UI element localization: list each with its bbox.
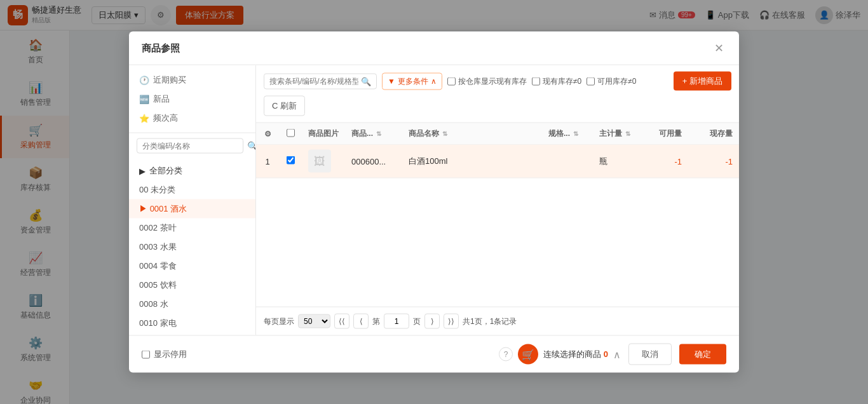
- sort-icon-code: ⇅: [376, 130, 381, 137]
- usable-stock-checkbox[interactable]: 可用库存≠0: [587, 76, 636, 86]
- last-page-button[interactable]: ⟩⟩: [444, 314, 459, 329]
- recent-purchase-tab[interactable]: 🕐 近期购买: [129, 71, 255, 90]
- row-spec: [542, 144, 593, 178]
- right-panel: 🔍 ▼ 更多条件 ∧ 按仓库显示现有库存 现有库存≠0 可用库存≠0: [256, 65, 739, 335]
- cart-button[interactable]: 🛒: [518, 344, 538, 365]
- category-item-0003[interactable]: 0003 水果: [129, 238, 255, 257]
- available-stock-checkbox[interactable]: 现有库存≠0: [532, 76, 581, 86]
- prev-page-button[interactable]: ⟨: [353, 314, 369, 329]
- cancel-button[interactable]: 取消: [628, 344, 672, 365]
- new-product-tab[interactable]: 🆕 新品: [129, 90, 255, 109]
- row-unit: 瓶: [593, 144, 637, 178]
- category-item-0008[interactable]: 0008 水: [129, 295, 255, 314]
- star-icon: ⭐: [139, 113, 149, 123]
- filter-button[interactable]: ▼ 更多条件 ∧: [382, 72, 442, 90]
- first-page-button[interactable]: ⟨⟨: [334, 314, 349, 329]
- col-code[interactable]: 商品... ⇅: [345, 123, 402, 145]
- col-unit[interactable]: 主计量 ⇅: [593, 123, 637, 145]
- confirm-button[interactable]: 确定: [679, 344, 726, 365]
- left-panel: 🕐 近期购买 🆕 新品 ⭐ 频次高 🔍 ▶ 全部分类: [129, 65, 256, 335]
- row-checkbox-cell: [279, 144, 302, 178]
- col-name[interactable]: 商品名称 ⇅: [402, 123, 542, 145]
- page-size-select[interactable]: 20 50 100: [298, 314, 330, 328]
- clock-icon: 🕐: [139, 75, 149, 84]
- modal-header: 商品参照 ✕: [129, 32, 739, 65]
- category-search-icon[interactable]: 🔍: [247, 141, 256, 151]
- row-no: 1: [256, 144, 279, 178]
- category-search-box: 🔍: [129, 133, 255, 159]
- total-info: 共1页，1条记录: [463, 316, 517, 327]
- add-product-button[interactable]: + 新增商品: [674, 72, 731, 91]
- category-all[interactable]: ▶ 全部分类: [129, 161, 255, 180]
- product-search-input[interactable]: [269, 77, 358, 86]
- sort-icon-unit: ⇅: [625, 130, 630, 137]
- select-all-checkbox[interactable]: [287, 128, 295, 137]
- left-panel-tabs: 🕐 近期购买 🆕 新品 ⭐ 频次高: [129, 65, 255, 133]
- category-item-0005[interactable]: 0005 饮料: [129, 276, 255, 295]
- modal-title: 商品参照: [142, 42, 180, 54]
- row-name: 白酒100ml: [402, 144, 542, 178]
- product-table: ⚙ 商品图片 商品... ⇅ 商品名称 ⇅: [256, 123, 739, 178]
- category-item-0001[interactable]: ▶ 0001 酒水: [129, 199, 255, 219]
- table-row[interactable]: 1 🖼 000600... 白酒100ml 瓶 -1: [256, 144, 739, 178]
- cart-count: 0: [604, 349, 608, 359]
- toolbar: 🔍 ▼ 更多条件 ∧ 按仓库显示现有库存 现有库存≠0 可用库存≠0: [256, 65, 739, 123]
- col-avail: 可用量: [637, 123, 688, 145]
- category-item-00[interactable]: 00 未分类: [129, 180, 255, 199]
- search-icon[interactable]: 🔍: [361, 76, 371, 86]
- cart-section: ? 🛒 连续选择的商品 0 ∧: [499, 344, 621, 365]
- col-img: 商品图片: [302, 123, 345, 145]
- chevron-up-icon: ∧: [431, 77, 437, 86]
- row-img-cell: 🖼: [302, 144, 345, 178]
- cart-label: 连续选择的商品 0: [543, 349, 608, 360]
- sort-icon-spec: ⇅: [573, 130, 578, 137]
- modal-footer: 显示停用 ? 🛒 连续选择的商品 0 ∧ 取消 确定: [129, 335, 739, 373]
- sort-icon-name: ⇅: [442, 130, 447, 137]
- collapse-cart-icon[interactable]: ∧: [613, 348, 621, 360]
- category-section: ▶ 全部分类 00 未分类 ▶ 0001 酒水 0002 茶叶 0003 水果 …: [129, 159, 255, 335]
- refresh-button[interactable]: C 刷新: [264, 96, 305, 116]
- row-code: 000600...: [345, 144, 402, 178]
- category-item-0004[interactable]: 0004 零食: [129, 257, 255, 276]
- table-header-row: ⚙ 商品图片 商品... ⇅ 商品名称 ⇅: [256, 123, 739, 145]
- filter-icon: ▼: [388, 77, 395, 86]
- row-checkbox[interactable]: [287, 156, 295, 165]
- show-disabled-checkbox[interactable]: 显示停用: [142, 349, 187, 360]
- modal-body: 🕐 近期购买 🆕 新品 ⭐ 频次高 🔍 ▶ 全部分类: [129, 65, 739, 335]
- col-stock: 现存量: [688, 123, 739, 145]
- frequent-tab[interactable]: ⭐ 频次高: [129, 109, 255, 128]
- page-number-input[interactable]: [384, 314, 409, 329]
- product-search-bar: 🔍: [264, 73, 377, 89]
- row-avail: -1: [637, 144, 688, 178]
- product-image: 🖼: [308, 150, 331, 173]
- next-page-button[interactable]: ⟩: [424, 314, 440, 329]
- triangle-icon: ▶: [139, 166, 146, 175]
- new-icon: 🆕: [139, 94, 149, 104]
- pagination: 每页显示 20 50 100 ⟨⟨ ⟨ 第 页 ⟩ ⟩⟩ 共1页，1条记录: [256, 307, 739, 335]
- product-reference-modal: 商品参照 ✕ 🕐 近期购买 🆕 新品 ⭐ 频次高: [129, 32, 739, 373]
- row-stock: -1: [688, 144, 739, 178]
- active-triangle-icon: ▶: [139, 204, 150, 213]
- warehouse-display-checkbox[interactable]: 按仓库显示现有库存: [447, 76, 527, 86]
- category-item-0010[interactable]: 0010 家电: [129, 314, 255, 333]
- modal-close-button[interactable]: ✕: [711, 41, 726, 56]
- product-table-wrapper: ⚙ 商品图片 商品... ⇅ 商品名称 ⇅: [256, 123, 739, 307]
- col-spec[interactable]: 规格... ⇅: [542, 123, 593, 145]
- help-icon[interactable]: ?: [499, 347, 513, 361]
- col-check: [279, 123, 302, 145]
- category-item-0002[interactable]: 0002 茶叶: [129, 219, 255, 238]
- col-settings[interactable]: ⚙: [256, 123, 279, 145]
- category-search-input[interactable]: [137, 138, 243, 154]
